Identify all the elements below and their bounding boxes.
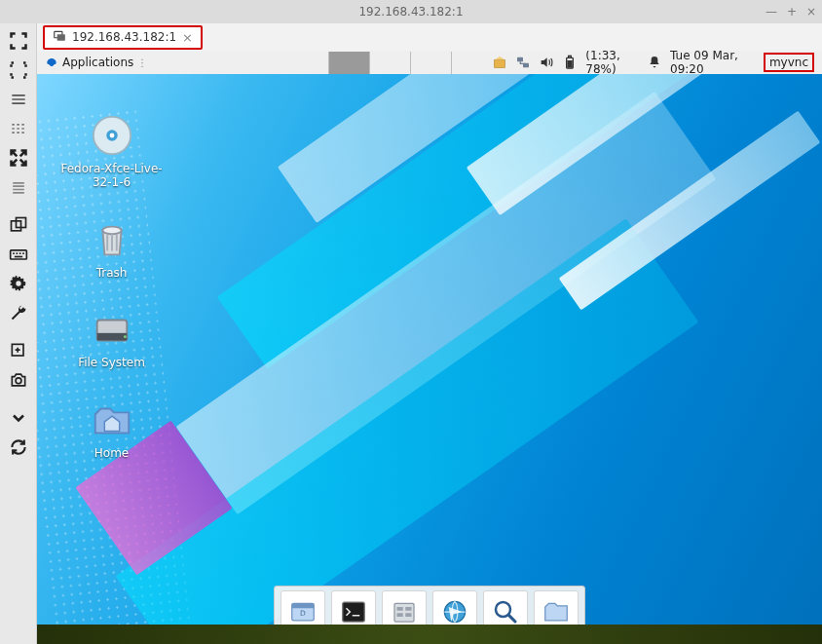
svg-point-9 [16,378,21,384]
volume-icon[interactable] [539,55,554,70]
applications-label: Applications [62,56,133,69]
lines-dashed-icon[interactable] [4,115,33,142]
user-home-icon [90,398,134,442]
svg-rect-13 [517,57,523,62]
svg-rect-12 [495,59,505,67]
corners-dashed-icon[interactable] [4,57,33,84]
desktop-icons: Fedora-Xfce-Live-32-1-6 Trash [60,113,187,487]
desktop-icon-label: File System [78,356,145,369]
svg-rect-23 [96,333,127,341]
grid-small-icon[interactable] [4,173,33,201]
remote-desktop[interactable]: Applications ⋮ [37,51,822,644]
vnc-session-icon [53,29,66,46]
network-icon[interactable] [515,55,531,70]
xfce-top-panel: Applications ⋮ [37,51,822,74]
desktop-icon-label: Fedora-Xfce-Live-32-1-6 [60,162,163,190]
desktop-icon-home[interactable]: Home [60,398,163,460]
svg-rect-5 [19,252,20,254]
lines-icon[interactable] [4,86,33,113]
camera-icon[interactable] [4,366,33,394]
gear-icon[interactable] [4,270,33,297]
drive-harddisk-icon [90,307,134,352]
battery-icon[interactable] [562,55,578,70]
desktop-icon-label: Trash [96,266,128,280]
xfce-mouse-icon [45,55,58,71]
svg-rect-28 [343,602,365,622]
svg-rect-7 [14,256,21,258]
notifications-icon[interactable] [647,55,662,70]
svg-point-24 [123,335,126,338]
svg-rect-16 [569,56,572,57]
workspace-switcher[interactable] [328,52,492,74]
svg-rect-32 [397,613,403,617]
optical-disc-icon [90,113,134,158]
trash-icon [90,217,134,262]
desktop-icon-trash[interactable]: Trash [60,217,163,280]
svg-rect-26 [292,603,315,608]
connection-tab-bar: 192.168.43.182:1 × [37,23,822,51]
desktop-icon-cd[interactable]: Fedora-Xfce-Live-32-1-6 [60,113,163,190]
window-titlebar: 192.168.43.182:1 — + × [0,0,822,23]
system-tray: (1:33, 78%) Tue 09 Mar, 09:20 myvnc [492,51,820,76]
svg-rect-31 [405,607,411,611]
workspace-1[interactable] [328,52,369,74]
window-close-button[interactable]: × [806,5,816,19]
username-button[interactable]: myvnc [764,53,814,72]
desktop-wallpaper[interactable]: Fedora-Xfce-Live-32-1-6 Trash [37,74,822,644]
window-controls: — + × [766,5,816,19]
svg-rect-17 [568,61,572,67]
viewport-letterbox [37,625,822,644]
close-tab-icon[interactable]: × [182,30,193,45]
svg-rect-30 [397,607,403,611]
svg-rect-6 [22,252,24,254]
chevron-down-icon[interactable] [4,404,33,432]
package-updates-icon[interactable] [492,55,507,70]
svg-rect-29 [394,603,414,622]
svg-rect-33 [405,613,411,617]
svg-rect-3 [13,252,15,254]
remote-viewport: Applications ⋮ [37,51,822,644]
keyboard-icon[interactable] [4,241,33,268]
svg-rect-11 [57,34,65,40]
svg-rect-4 [16,252,18,254]
svg-point-21 [102,226,121,234]
connection-tab-label: 192.168.43.182:1 [72,30,176,44]
svg-rect-2 [10,250,26,259]
duplicate-icon[interactable] [4,337,33,364]
corners-icon[interactable] [4,27,33,55]
refresh-icon[interactable] [4,434,33,461]
wrench-icon[interactable] [4,299,33,326]
battery-text[interactable]: (1:33, 78%) [585,51,639,76]
svg-text:D: D [300,609,306,618]
window-minimize-button[interactable]: — [766,5,777,19]
applications-menu-button[interactable]: Applications ⋮ [39,55,153,71]
connection-tab[interactable]: 192.168.43.182:1 × [43,25,203,50]
workspace-3[interactable] [410,52,451,74]
svg-point-20 [109,133,114,138]
menu-indicator-icon: ⋮ [137,57,147,68]
desktop-icon-filesystem[interactable]: File System [60,307,163,369]
workspace-2[interactable] [369,52,410,74]
window-title: 192.168.43.182:1 [358,5,463,19]
vnc-toolbar [0,23,37,644]
window-maximize-button[interactable]: + [787,5,797,19]
clock-text[interactable]: Tue 09 Mar, 09:20 [670,51,752,76]
desktop-icon-label: Home [94,446,129,460]
expand-icon[interactable] [4,144,33,171]
double-window-icon[interactable] [4,211,33,239]
workspace-4[interactable] [451,52,492,74]
